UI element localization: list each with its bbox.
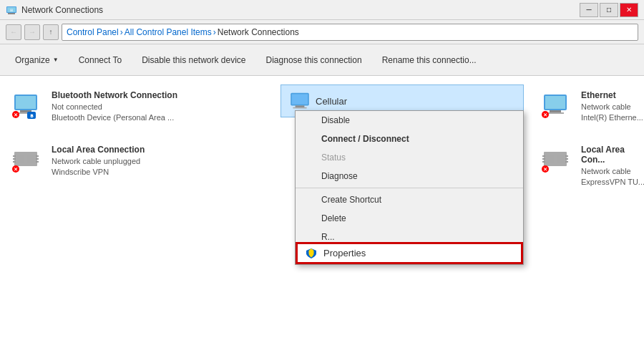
bluetooth-network-info: Bluetooth Network Connection Not connect…: [52, 90, 177, 124]
ethernet-status1: Network cable: [581, 102, 643, 112]
cellular-icon: [288, 90, 311, 112]
local-area-item[interactable]: ✕ Local Area Connection Network cable un…: [9, 142, 252, 182]
local-area-2-computer-icon: ✕: [541, 145, 570, 173]
left-column: ✕ ʙ Bluetooth Network Connection Not con…: [9, 84, 252, 349]
context-diagnose[interactable]: Diagnose: [296, 167, 523, 185]
svg-rect-35: [557, 155, 564, 163]
local-area-2-icon-wrapper: ✕: [541, 145, 575, 179]
cellular-network-name: Cellular: [316, 96, 347, 107]
back-button[interactable]: ←: [6, 24, 21, 40]
ethernet-computer-icon: ✕: [541, 90, 570, 119]
connect-disconnect-label: Connect / Disconnect: [321, 134, 409, 144]
breadcrumb-sep-2: ›: [213, 27, 216, 37]
diagnose-context-label: Diagnose: [321, 171, 358, 181]
delete-label: Delete: [321, 213, 346, 223]
ethernet-item[interactable]: ✕ Ethernet Network cable Intel(R) Ethern…: [538, 87, 644, 127]
ethernet-name: Ethernet: [581, 90, 643, 100]
context-disable[interactable]: Disable: [296, 111, 523, 130]
bluetooth-network-name: Bluetooth Network Connection: [52, 90, 177, 100]
organize-label: Organize: [15, 55, 50, 65]
ethernet-network-info: Ethernet Network cable Intel(R) Etherne.…: [581, 90, 643, 124]
context-connect-disconnect[interactable]: Connect / Disconnect: [296, 130, 523, 148]
context-delete[interactable]: Delete: [296, 209, 523, 228]
window-controls: ─ □ ✕: [580, 3, 638, 17]
local-area-status2: Windscribe VPN: [52, 167, 145, 178]
bluetooth-network-status2: Bluetooth Device (Personal Area ...: [52, 112, 177, 123]
local-area-2-status2: ExpressVPN TU...: [581, 177, 644, 188]
local-area-2-status1: Network cable: [581, 166, 644, 177]
rename-label: Rename this connectio...: [382, 55, 477, 65]
svg-rect-28: [545, 96, 565, 109]
svg-text:✕: ✕: [543, 112, 547, 117]
ethernet-icon-wrapper: ✕: [541, 90, 575, 125]
properties-shield-icon: [305, 247, 318, 260]
svg-rect-38: [542, 161, 545, 163]
bluetooth-network-item[interactable]: ✕ ʙ Bluetooth Network Connection Not con…: [9, 87, 252, 127]
disable-device-button[interactable]: Disable this network device: [132, 47, 255, 73]
context-rename[interactable]: R...: [296, 228, 523, 242]
forward-button[interactable]: →: [24, 24, 40, 40]
svg-rect-26: [293, 107, 306, 109]
svg-rect-40: [565, 158, 568, 160]
diagnose-label: Diagnose this connection: [266, 55, 362, 65]
bluetooth-computer-icon: ✕ ʙ: [11, 90, 40, 119]
breadcrumb-sep-1: ›: [120, 27, 123, 37]
context-menu: Disable Connect / Disconnect Status Diag…: [295, 110, 524, 265]
local-area-2-network-info: Local Area Con... Network cable ExpressV…: [581, 145, 644, 188]
local-area-2-item[interactable]: ✕ Local Area Con... Network cable Expres…: [538, 142, 644, 191]
maximize-button[interactable]: □: [600, 3, 618, 17]
toolbar: Organize ▼ Connect To Disable this netwo…: [0, 44, 644, 76]
svg-rect-34: [547, 155, 554, 163]
svg-rect-5: [16, 96, 36, 109]
svg-rect-29: [550, 110, 561, 112]
organize-button[interactable]: Organize ▼: [6, 47, 68, 73]
content-area: ✕ ʙ Bluetooth Network Connection Not con…: [0, 76, 644, 358]
up-button[interactable]: ↑: [43, 24, 59, 40]
status-label: Status: [321, 153, 346, 163]
title-bar-icon: ⊞: [6, 4, 17, 16]
svg-rect-13: [17, 155, 24, 163]
svg-rect-20: [36, 161, 39, 163]
svg-rect-15: [13, 155, 16, 157]
context-properties[interactable]: Properties: [296, 242, 523, 264]
address-bar: ← → ↑ Control Panel › All Control Panel …: [0, 20, 644, 44]
svg-rect-24: [292, 94, 308, 104]
svg-rect-1: [8, 13, 15, 14]
svg-rect-25: [296, 105, 305, 107]
disable-label: Disable: [321, 115, 350, 125]
diagnose-button[interactable]: Diagnose this connection: [257, 47, 371, 73]
svg-text:✕: ✕: [543, 167, 547, 172]
svg-rect-41: [565, 161, 568, 163]
create-shortcut-label: Create Shortcut: [321, 195, 381, 205]
context-create-shortcut[interactable]: Create Shortcut: [296, 190, 523, 209]
title-bar-text: Network Connections: [21, 5, 103, 15]
breadcrumb-control-panel[interactable]: Control Panel: [67, 27, 119, 37]
close-button[interactable]: ✕: [620, 3, 638, 17]
svg-text:ʙ: ʙ: [30, 112, 34, 119]
svg-text:⊞: ⊞: [10, 8, 13, 12]
context-sep-1: [296, 188, 523, 188]
connect-to-button[interactable]: Connect To: [69, 47, 132, 73]
breadcrumb-all-items[interactable]: All Control Panel Items: [125, 27, 212, 37]
title-bar: ⊞ Network Connections ─ □ ✕: [0, 0, 644, 20]
right-column: ✕ Ethernet Network cable Intel(R) Ethern…: [538, 84, 644, 349]
rename-button[interactable]: Rename this connectio...: [373, 47, 486, 73]
local-area-network-name: Local Area Connection: [52, 145, 145, 155]
connect-to-label: Connect To: [79, 55, 122, 65]
local-area-computer-icon: ✕: [11, 145, 40, 173]
svg-text:✕: ✕: [14, 112, 18, 117]
minimize-button[interactable]: ─: [580, 3, 598, 17]
svg-rect-37: [542, 158, 545, 160]
svg-rect-19: [36, 158, 39, 160]
bluetooth-network-status1: Not connected: [52, 102, 177, 112]
svg-text:✕: ✕: [14, 167, 18, 172]
ethernet-status2: Intel(R) Etherne...: [581, 112, 643, 123]
local-area-status1: Network cable unplugged: [52, 156, 145, 167]
address-box[interactable]: Control Panel › All Control Panel Items …: [62, 24, 638, 41]
svg-rect-16: [13, 158, 16, 160]
organize-dropdown-arrow: ▼: [53, 57, 59, 63]
svg-rect-14: [27, 155, 34, 163]
middle-section: Cellular Disable Connect / Disconnect St…: [280, 84, 524, 349]
svg-rect-30: [547, 112, 564, 114]
breadcrumb-network-connections: Network Connections: [218, 27, 299, 37]
